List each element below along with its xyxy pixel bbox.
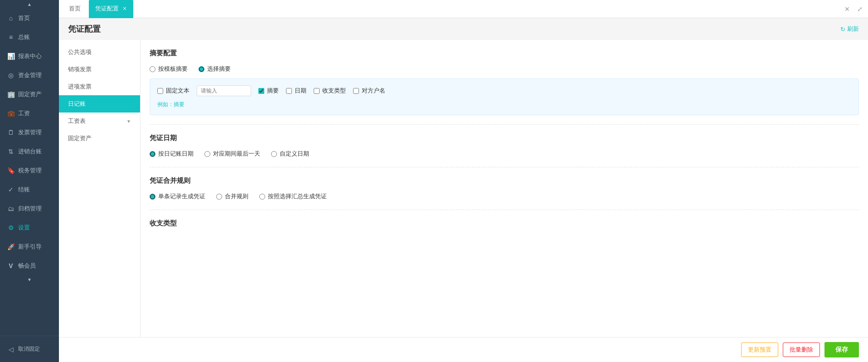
radio-custom-date-input[interactable] [271, 151, 277, 157]
archive-icon: 🗂 [7, 205, 15, 212]
checkbox-date-input[interactable] [286, 88, 292, 94]
radio-by-journal-date[interactable]: 按日记账日期 [150, 150, 194, 158]
radio-last-day-of-period[interactable]: 对应期间最后一天 [204, 150, 260, 158]
sidebar-item-tax-mgmt[interactable]: 🔖 税务管理 [0, 161, 59, 180]
radio-select-summary-input[interactable] [199, 66, 204, 72]
radio-custom-date[interactable]: 自定义日期 [271, 150, 309, 158]
vip-icon: V [7, 262, 15, 269]
summary-checkbox-options: 固定文本 摘要 日期 [150, 78, 859, 115]
page-content: 凭证配置 ↻ 刷新 公共选项 销项发票 进项发票 日记账 [59, 18, 868, 362]
tab-close-window-button[interactable]: ✕ [843, 4, 852, 15]
sidebar-item-salary[interactable]: 💼 工资 [0, 104, 59, 123]
merge-rules-radio-group: 单条记录生成凭证 合并规则 按照选择汇总生成凭证 [150, 192, 859, 201]
salary-icon: 💼 [7, 110, 15, 117]
sidebar-item-settlement[interactable]: ✓ 结账 [0, 180, 59, 199]
summary-checkbox-row: 固定文本 摘要 日期 [157, 85, 851, 96]
nav-item-sales-invoice[interactable]: 销项发票 [59, 61, 140, 78]
fixed-assets-icon: 🏢 [7, 91, 15, 98]
radio-generate-selection-input[interactable] [259, 194, 265, 200]
tax-icon: 🔖 [7, 167, 15, 174]
checkbox-counterparty-name[interactable]: 对方户名 [353, 87, 385, 95]
nav-item-public-options[interactable]: 公共选项 [59, 44, 140, 61]
guide-icon: 🚀 [7, 243, 15, 250]
example-text: 例如：摘要 [157, 101, 851, 108]
radio-last-day-input[interactable] [204, 151, 210, 157]
checkbox-date[interactable]: 日期 [286, 87, 306, 95]
sidebar-item-home[interactable]: ⌂ 首页 [0, 9, 59, 28]
content-body: 公共选项 销项发票 进项发票 日记账 工资表 ▼ 固定资产 [59, 40, 868, 337]
merge-rules-title: 凭证合并规则 [150, 176, 859, 185]
tab-voucher-config[interactable]: 凭证配置 ✕ [89, 0, 133, 18]
radio-single-record-input[interactable] [150, 194, 155, 200]
income-expense-type-title: 收支类型 [150, 219, 859, 228]
batch-delete-button[interactable]: 批量删除 [783, 342, 820, 357]
tab-expand-button[interactable]: ⤢ [855, 4, 864, 15]
checkbox-summary[interactable]: 摘要 [258, 87, 279, 95]
page-header: 凭证配置 ↻ 刷新 [59, 18, 868, 40]
radio-single-record[interactable]: 单条记录生成凭证 [150, 192, 205, 201]
chevron-down-icon: ▼ [126, 119, 131, 124]
nav-item-journal[interactable]: 日记账 [59, 95, 140, 113]
section-voucher-date: 凭证日期 按日记账日期 对应期间最后一天 自定义日期 [150, 125, 859, 167]
home-icon: ⌂ [7, 15, 15, 22]
radio-template-summary[interactable]: 按模板摘要 [150, 65, 188, 73]
tab-close-icon[interactable]: ✕ [122, 5, 127, 12]
fixed-text-input[interactable] [197, 85, 251, 96]
bottom-bar: 更新预置 批量删除 保存 [59, 337, 868, 362]
settlement-icon: ✓ [7, 186, 15, 193]
refresh-icon: ↻ [840, 26, 845, 33]
sidebar-item-ledger[interactable]: ≡ 总账 [0, 28, 59, 47]
sidebar-item-purchase-sales[interactable]: ⇅ 进销台账 [0, 142, 59, 161]
sidebar-item-fixed-assets[interactable]: 🏢 固定资产 [0, 85, 59, 104]
nav-item-payroll[interactable]: 工资表 ▼ [59, 113, 140, 130]
sidebar-item-reports[interactable]: 📊 报表中心 [0, 47, 59, 66]
section-merge-rules: 凭证合并规则 单条记录生成凭证 合并规则 按照选择汇总生成凭证 [150, 167, 859, 210]
checkbox-fixed-text[interactable]: 固定文本 [157, 87, 189, 95]
radio-merge-rules[interactable]: 合并规则 [216, 192, 248, 201]
sidebar-bottom: ◁ 取消固定 [0, 336, 59, 362]
main-area: 首页 凭证配置 ✕ ✕ ⤢ 凭证配置 ↻ 刷新 公共选项 [59, 0, 868, 362]
section-summary-config: 摘要配置 按模板摘要 选择摘要 [150, 40, 859, 125]
sidebar-item-guide[interactable]: 🚀 新手引导 [0, 237, 59, 256]
update-preview-button[interactable]: 更新预置 [741, 342, 778, 357]
section-income-expense-type: 收支类型 [150, 210, 859, 253]
invoice-icon: 🗒 [7, 129, 15, 136]
reports-icon: 📊 [7, 53, 15, 60]
save-button[interactable]: 保存 [824, 342, 859, 357]
checkbox-counterparty-input[interactable] [353, 88, 359, 94]
radio-merge-rules-input[interactable] [216, 194, 222, 200]
checkbox-income-expense-type[interactable]: 收支类型 [314, 87, 346, 95]
summary-config-radio-group: 按模板摘要 选择摘要 [150, 65, 859, 73]
nav-item-fixed-assets[interactable]: 固定资产 [59, 130, 140, 147]
page-title: 凭证配置 [68, 24, 101, 34]
sidebar-scroll-down[interactable]: ▼ [0, 275, 59, 284]
left-nav: 公共选项 销项发票 进项发票 日记账 工资表 ▼ 固定资产 [59, 40, 141, 337]
radio-template-summary-input[interactable] [150, 66, 155, 72]
voucher-date-radio-group: 按日记账日期 对应期间最后一天 自定义日期 [150, 150, 859, 158]
sidebar-item-archive-mgmt[interactable]: 🗂 归档管理 [0, 199, 59, 218]
sidebar-item-invoice-mgmt[interactable]: 🗒 发票管理 [0, 123, 59, 142]
settings-icon: ⚙ [7, 224, 15, 231]
refresh-button[interactable]: ↻ 刷新 [840, 25, 859, 33]
purchase-sales-icon: ⇅ [7, 148, 15, 155]
radio-generate-by-selection[interactable]: 按照选择汇总生成凭证 [259, 192, 327, 201]
sidebar-scroll-up[interactable]: ▲ [0, 0, 59, 9]
checkbox-income-expense-input[interactable] [314, 88, 320, 94]
right-content: 摘要配置 按模板摘要 选择摘要 [141, 40, 868, 337]
checkbox-summary-input[interactable] [258, 88, 264, 94]
ledger-icon: ≡ [7, 34, 15, 41]
checkbox-fixed-text-input[interactable] [157, 88, 163, 94]
tab-actions: ✕ ⤢ [843, 4, 864, 15]
nav-item-purchase-invoice[interactable]: 进项发票 [59, 78, 140, 95]
radio-journal-date-input[interactable] [150, 151, 155, 157]
voucher-date-title: 凭证日期 [150, 134, 859, 142]
sidebar-item-settings[interactable]: ⚙ 设置 [0, 218, 59, 237]
tab-home[interactable]: 首页 [63, 0, 87, 18]
sidebar: ▲ ⌂ 首页 ≡ 总账 📊 报表中心 ◎ 资金管理 🏢 固定资产 💼 工资 🗒 … [0, 0, 59, 362]
sidebar-item-vip[interactable]: V 畅会员 [0, 256, 59, 275]
unpin-button[interactable]: ◁ 取消固定 [0, 340, 59, 358]
pin-icon: ◁ [7, 346, 15, 353]
summary-config-title: 摘要配置 [150, 49, 859, 58]
radio-select-summary[interactable]: 选择摘要 [199, 65, 231, 73]
sidebar-item-funds[interactable]: ◎ 资金管理 [0, 66, 59, 85]
